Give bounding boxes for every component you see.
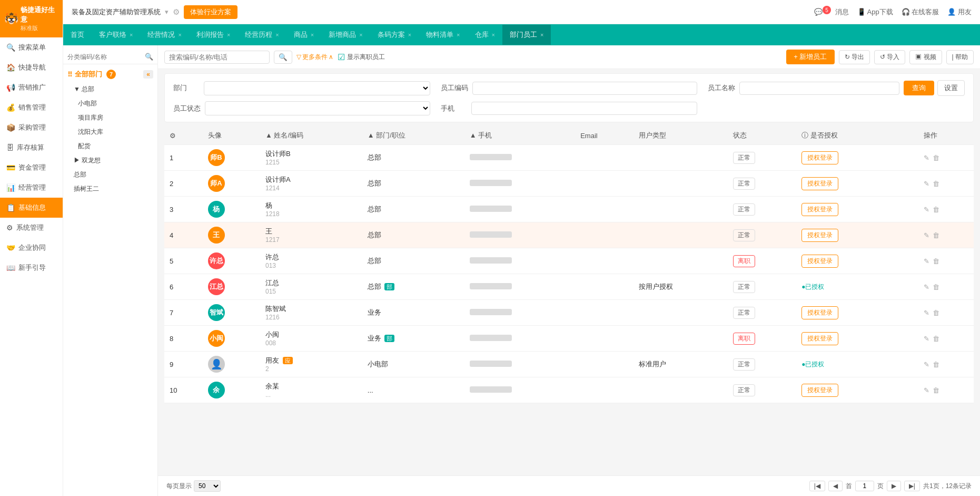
edit-icon[interactable]: ✎ bbox=[924, 231, 929, 239]
delete-icon[interactable]: 🗑 bbox=[933, 257, 939, 265]
dept-search-input[interactable] bbox=[67, 53, 145, 61]
close-tab-wh[interactable]: × bbox=[492, 32, 495, 38]
col-name[interactable]: ▲ 姓名/编码 bbox=[260, 127, 362, 145]
query-button[interactable]: 查询 bbox=[904, 81, 934, 95]
delete-icon[interactable]: 🗑 bbox=[933, 180, 939, 188]
user-avatar[interactable]: 👤 用友 bbox=[947, 7, 972, 17]
delete-icon[interactable]: 🗑 bbox=[933, 231, 939, 239]
delete-icon[interactable]: 🗑 bbox=[933, 309, 939, 317]
auth-login-btn[interactable]: 授权登录 bbox=[801, 255, 838, 268]
close-tab-staff[interactable]: × bbox=[540, 32, 543, 38]
auth-login-btn[interactable]: 授权登录 bbox=[801, 177, 838, 190]
first-page-btn[interactable]: |◀ bbox=[809, 481, 825, 491]
next-page-btn[interactable]: ▶ bbox=[887, 481, 901, 491]
close-tab-newprod[interactable]: × bbox=[359, 32, 362, 38]
dept-item-zongbu[interactable]: 总部 bbox=[63, 168, 157, 182]
per-page-select[interactable]: 50 100 bbox=[194, 480, 221, 492]
sidebar-item-finance[interactable]: 💳 资金管理 bbox=[0, 158, 63, 178]
close-tab-product[interactable]: × bbox=[311, 32, 314, 38]
edit-icon[interactable]: ✎ bbox=[924, 309, 929, 317]
col-settings[interactable]: ⚙ bbox=[164, 127, 203, 145]
dept-all[interactable]: ⠿ 全部部门 7 « bbox=[63, 66, 157, 82]
edit-icon[interactable]: ✎ bbox=[924, 206, 929, 213]
tab-customer[interactable]: 客户联络× bbox=[92, 25, 140, 45]
tab-history[interactable]: 经营历程× bbox=[237, 25, 286, 45]
close-tab-customer[interactable]: × bbox=[130, 32, 133, 38]
tab-new-product[interactable]: 新增商品× bbox=[321, 25, 370, 45]
last-page-btn[interactable]: ▶| bbox=[904, 481, 920, 491]
delete-icon[interactable]: 🗑 bbox=[933, 335, 939, 343]
import-button[interactable]: ↺ 导入 bbox=[874, 50, 905, 64]
tab-bom[interactable]: 物料清单× bbox=[419, 25, 467, 45]
dept-item-shuanglongxiang[interactable]: ▶ 双龙想 bbox=[63, 153, 157, 168]
app-download-item[interactable]: 📱 App下载 bbox=[857, 7, 893, 17]
edit-icon[interactable]: ✎ bbox=[924, 283, 929, 291]
tab-home[interactable]: 首页 bbox=[63, 25, 92, 45]
delete-icon[interactable]: 🗑 bbox=[933, 283, 939, 291]
delete-icon[interactable]: 🗑 bbox=[933, 361, 939, 368]
search-button[interactable]: 🔍 bbox=[274, 51, 292, 64]
auth-login-btn[interactable]: 授权登录 bbox=[801, 229, 838, 242]
auth-login-btn[interactable]: 授权登录 bbox=[801, 332, 838, 345]
more-filter-btn[interactable]: ▽ 更多条件 ∧ bbox=[296, 53, 333, 62]
edit-icon[interactable]: ✎ bbox=[924, 361, 929, 368]
sidebar-item-basic[interactable]: 📋 基础信息 bbox=[0, 198, 63, 218]
dept-item-xiaodibu[interactable]: 小电部 bbox=[63, 96, 157, 111]
add-employee-button[interactable]: + 新增员工 bbox=[786, 50, 834, 64]
close-tab-profit[interactable]: × bbox=[227, 32, 230, 38]
tab-operation-status[interactable]: 经营情况× bbox=[140, 25, 189, 45]
dept-item-chashuwang[interactable]: 插树王二 bbox=[63, 182, 157, 196]
delete-icon[interactable]: 🗑 bbox=[933, 386, 939, 394]
sidebar-item-purchase[interactable]: 📦 采购管理 bbox=[0, 118, 63, 138]
sidebar-item-guide[interactable]: 📖 新手引导 bbox=[0, 258, 63, 278]
edit-icon[interactable]: ✎ bbox=[924, 386, 929, 394]
dept-collapse-btn[interactable]: « bbox=[143, 70, 153, 79]
dept-filter-select[interactable] bbox=[204, 81, 430, 95]
name-filter-input[interactable] bbox=[739, 82, 899, 95]
code-filter-input[interactable] bbox=[472, 82, 698, 95]
prev-page-btn[interactable]: ◀ bbox=[828, 481, 843, 491]
online-service-item[interactable]: 🎧 在线客服 bbox=[902, 7, 939, 17]
export-button[interactable]: ↻ 导出 bbox=[839, 50, 870, 64]
dept-search-icon[interactable]: 🔍 bbox=[145, 53, 153, 61]
page-input[interactable] bbox=[855, 481, 874, 491]
tab-profit[interactable]: 利润报告× bbox=[189, 25, 237, 45]
sidebar-item-search[interactable]: 🔍 搜索菜单 bbox=[0, 37, 63, 57]
tab-barcode[interactable]: 条码方案× bbox=[370, 25, 419, 45]
tab-warehouse[interactable]: 仓库× bbox=[468, 25, 502, 45]
tab-staff[interactable]: 部门员工× bbox=[502, 25, 551, 45]
sidebar-item-system[interactable]: ⚙ 系统管理 bbox=[0, 218, 63, 238]
dept-item-peihuo[interactable]: 配货 bbox=[63, 139, 157, 153]
dropdown-icon[interactable]: ▾ bbox=[165, 8, 169, 16]
close-tab-barcode[interactable]: × bbox=[408, 32, 411, 38]
close-tab-hist[interactable]: × bbox=[275, 32, 279, 38]
auth-login-btn[interactable]: 授权登录 bbox=[801, 203, 838, 216]
sidebar-item-inventory[interactable]: 🗄 库存核算 bbox=[0, 138, 63, 158]
auth-login-btn[interactable]: 授权登录 bbox=[801, 306, 838, 319]
settings-icon[interactable]: ⚙ bbox=[173, 7, 180, 17]
close-tab-op[interactable]: × bbox=[178, 32, 181, 38]
sidebar-item-marketing[interactable]: 📢 营销推广 bbox=[0, 77, 63, 98]
help-button[interactable]: | 帮助 bbox=[946, 50, 974, 64]
auth-login-btn[interactable]: 授权登录 bbox=[801, 151, 838, 164]
trial-button[interactable]: 体验行业方案 bbox=[184, 5, 237, 19]
edit-icon[interactable]: ✎ bbox=[924, 154, 929, 162]
status-filter-select[interactable] bbox=[205, 101, 430, 115]
col-phone[interactable]: ▲ 手机 bbox=[464, 127, 575, 145]
col-dept[interactable]: ▲ 部门/职位 bbox=[362, 127, 464, 145]
dept-item-root[interactable]: ▼ 总部 bbox=[63, 82, 157, 96]
tab-product[interactable]: 商品× bbox=[286, 25, 321, 45]
delete-icon[interactable]: 🗑 bbox=[933, 154, 939, 162]
search-input[interactable] bbox=[164, 51, 270, 64]
dept-item-shenyang[interactable]: 沈阳大库 bbox=[63, 125, 157, 139]
show-resigned-checkbox[interactable]: ☑ 显示离职员工 bbox=[338, 52, 385, 62]
sidebar-item-operation[interactable]: 📊 经营管理 bbox=[0, 178, 63, 198]
view-button[interactable]: ▣ 视频 bbox=[909, 50, 942, 64]
auth-login-btn[interactable]: 授权登录 bbox=[801, 384, 838, 397]
sidebar-item-shortcut[interactable]: 🏠 快捷导航 bbox=[0, 57, 63, 77]
edit-icon[interactable]: ✎ bbox=[924, 335, 929, 343]
phone-filter-input[interactable] bbox=[471, 102, 698, 115]
delete-icon[interactable]: 🗑 bbox=[933, 206, 939, 213]
edit-icon[interactable]: ✎ bbox=[924, 180, 929, 188]
message-item[interactable]: 💬 5 消息 bbox=[814, 7, 848, 17]
